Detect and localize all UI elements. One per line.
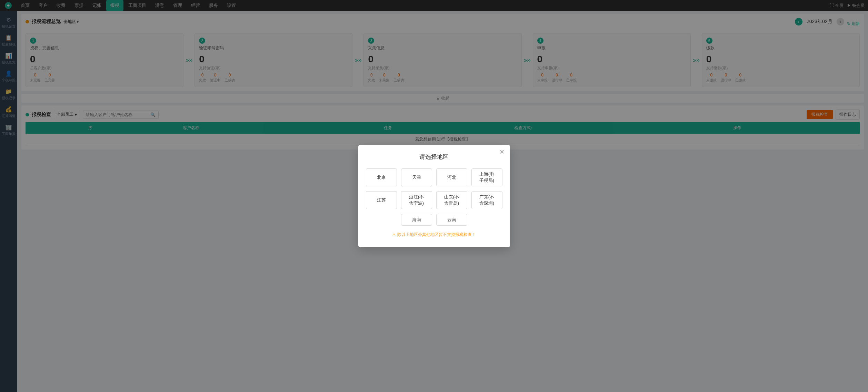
region-btn-河北[interactable]: 河北 [436, 168, 467, 186]
region-btn-云南[interactable]: 云南 [436, 214, 467, 226]
warning-text: ⚠ 除以上地区外其他地区暂不支持报税检查！ [369, 232, 499, 238]
region-row-0: 北京天津河北上海(电子税局) [369, 168, 499, 186]
warning-icon: ⚠ [392, 233, 396, 237]
region-btn-上海(电子税局)[interactable]: 上海(电子税局) [471, 168, 502, 186]
region-btn-山东(不含青岛)[interactable]: 山东(不含青岛) [436, 191, 467, 209]
region-btn-海南[interactable]: 海南 [401, 214, 432, 226]
overlay[interactable]: ✕ 请选择地区 北京天津河北上海(电子税局)江苏浙江(不含宁波)山东(不含青岛)… [0, 0, 868, 392]
region-btn-江苏[interactable]: 江苏 [366, 191, 397, 209]
region-row-1: 江苏浙江(不含宁波)山东(不含青岛)广东(不含深圳) [369, 191, 499, 209]
modal-title: 请选择地区 [369, 153, 499, 161]
region-btn-北京[interactable]: 北京 [366, 168, 397, 186]
modal-close-btn[interactable]: ✕ [499, 149, 505, 155]
region-grid: 北京天津河北上海(电子税局)江苏浙江(不含宁波)山东(不含青岛)广东(不含深圳)… [369, 168, 499, 226]
region-btn-广东(不含深圳)[interactable]: 广东(不含深圳) [471, 191, 502, 209]
region-row-2: 海南云南 [369, 214, 499, 226]
modal: ✕ 请选择地区 北京天津河北上海(电子税局)江苏浙江(不含宁波)山东(不含青岛)… [358, 145, 510, 247]
region-btn-浙江(不含宁波)[interactable]: 浙江(不含宁波) [401, 191, 432, 209]
region-btn-天津[interactable]: 天津 [401, 168, 432, 186]
